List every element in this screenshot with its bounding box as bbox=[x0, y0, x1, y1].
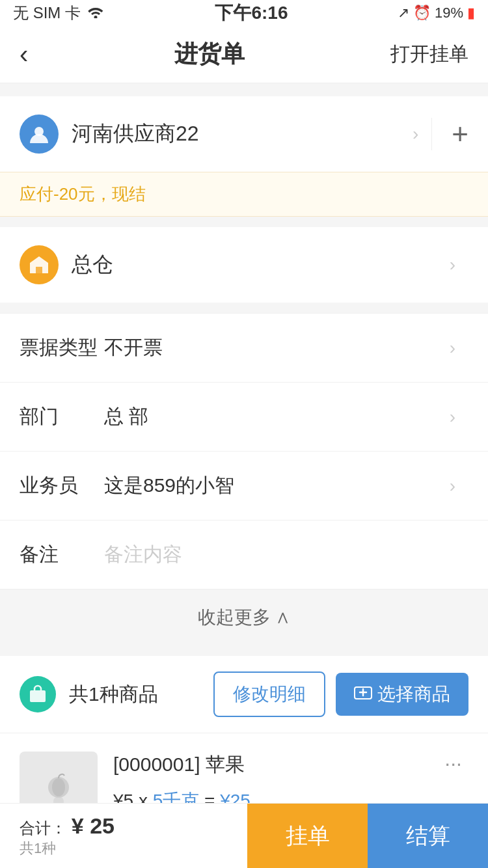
ticket-type-label: 票据类型 bbox=[20, 334, 104, 361]
hang-order-button[interactable]: 挂单 bbox=[247, 804, 368, 869]
product-header: 共1种商品 修改明细 选择商品 bbox=[0, 656, 488, 733]
department-value: 总 部 bbox=[104, 403, 450, 430]
supplier-row[interactable]: 河南供应商22 › + bbox=[0, 96, 488, 172]
supplier-chevron-icon: › bbox=[413, 124, 418, 144]
supplier-section: 河南供应商22 › + 应付-20元，现结 bbox=[0, 96, 488, 217]
select-product-button[interactable]: 选择商品 bbox=[336, 673, 468, 716]
department-label: 部门 bbox=[20, 403, 104, 430]
warehouse-icon bbox=[20, 245, 59, 284]
section-divider-1 bbox=[0, 83, 488, 96]
location-icon: ↗ bbox=[398, 5, 409, 21]
warehouse-section: 总仓 › bbox=[0, 227, 488, 303]
salesman-label: 业务员 bbox=[20, 472, 104, 499]
supplier-notice: 应付-20元，现结 bbox=[0, 172, 488, 217]
no-sim-text: 无 SIM 卡 bbox=[13, 3, 81, 23]
status-left: 无 SIM 卡 bbox=[13, 3, 105, 23]
total-amount: ¥ 25 bbox=[72, 813, 115, 838]
warehouse-chevron-icon: › bbox=[450, 254, 455, 275]
collapse-bar[interactable]: 收起更多 ∧ bbox=[0, 589, 488, 645]
edit-detail-button[interactable]: 修改明细 bbox=[213, 671, 325, 717]
svg-point-5 bbox=[52, 778, 65, 796]
back-button[interactable]: ‹ bbox=[20, 40, 28, 69]
product-name: [0000001] 苹果 bbox=[113, 752, 438, 778]
supplier-divider bbox=[431, 118, 432, 150]
salesman-row[interactable]: 业务员 这是859的小智 › bbox=[0, 451, 488, 520]
open-pending-button[interactable]: 打开挂单 bbox=[390, 41, 468, 68]
remark-placeholder: 备注内容 bbox=[104, 541, 468, 568]
product-section-icon bbox=[20, 676, 56, 712]
total-section: 合计： ¥ 25 共1种 bbox=[0, 813, 247, 858]
alarm-icon: ⏰ bbox=[413, 5, 431, 21]
salesman-chevron-icon: › bbox=[450, 476, 455, 496]
product-count: 共1种商品 bbox=[69, 681, 213, 708]
remark-label: 备注 bbox=[20, 541, 104, 568]
department-row[interactable]: 部门 总 部 › bbox=[0, 382, 488, 451]
ticket-type-value: 不开票 bbox=[104, 334, 450, 361]
total-label: 合计： bbox=[20, 819, 66, 837]
status-bar: 无 SIM 卡 下午6:16 ↗ ⏰ 19% ▮ bbox=[0, 0, 488, 26]
remark-row[interactable]: 备注 备注内容 bbox=[0, 520, 488, 589]
add-supplier-button[interactable]: + bbox=[452, 120, 468, 148]
section-divider-3 bbox=[0, 303, 488, 313]
product-code: [0000001] bbox=[113, 753, 200, 775]
product-more-button[interactable]: ··· bbox=[438, 752, 468, 776]
salesman-value: 这是859的小智 bbox=[104, 472, 450, 499]
ticket-type-chevron-icon: › bbox=[450, 338, 455, 359]
page-title: 进货单 bbox=[174, 38, 245, 70]
status-right: ↗ ⏰ 19% ▮ bbox=[398, 5, 475, 21]
svg-rect-1 bbox=[36, 267, 42, 273]
battery-icon: ▮ bbox=[467, 5, 475, 21]
section-divider-2 bbox=[0, 217, 488, 227]
checkout-button[interactable]: 结算 bbox=[368, 804, 488, 869]
warehouse-row[interactable]: 总仓 › bbox=[0, 227, 488, 303]
ticket-type-row[interactable]: 票据类型 不开票 › bbox=[0, 313, 488, 382]
form-section: 票据类型 不开票 › 部门 总 部 › 业务员 这是859的小智 › 备注 备注… bbox=[0, 313, 488, 589]
total-sub: 共1种 bbox=[20, 839, 228, 858]
battery-text: 19% bbox=[435, 5, 463, 21]
supplier-name: 河南供应商22 bbox=[72, 120, 413, 148]
select-product-label: 选择商品 bbox=[377, 682, 450, 707]
department-chevron-icon: › bbox=[450, 407, 455, 427]
wifi-icon bbox=[86, 4, 105, 22]
product-title: 苹果 bbox=[206, 753, 245, 775]
total-line: 合计： ¥ 25 bbox=[20, 813, 228, 839]
bottom-bar: 合计： ¥ 25 共1种 挂单 结算 bbox=[0, 803, 488, 868]
status-time: 下午6:16 bbox=[215, 1, 288, 25]
nav-bar: ‹ 进货单 打开挂单 bbox=[0, 26, 488, 83]
warehouse-name: 总仓 bbox=[72, 251, 450, 279]
supplier-avatar bbox=[20, 115, 59, 154]
svg-rect-2 bbox=[30, 690, 46, 702]
